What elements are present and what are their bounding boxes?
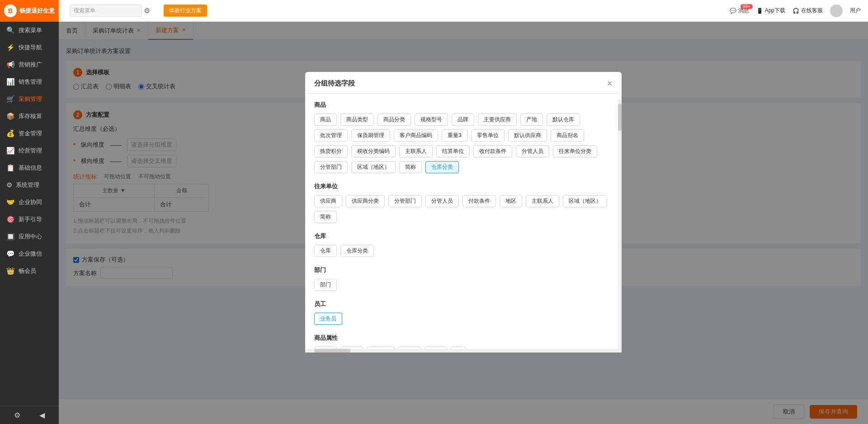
sidebar-item-base[interactable]: 📋 基础信息 xyxy=(0,159,59,176)
menu-search-input[interactable]: 搜索菜单 xyxy=(70,5,142,17)
field-payment-terms[interactable]: 收付款条件 xyxy=(473,145,512,157)
field-weight[interactable]: 重量3 xyxy=(442,129,467,142)
sidebar-collapse-button[interactable]: ◀ xyxy=(39,411,45,419)
sidebar-item-label: 基础信息 xyxy=(19,164,42,172)
marketing-icon: 📢 xyxy=(6,61,15,69)
sidebar-item-label: 应用中心 xyxy=(19,233,42,241)
sidebar-item-system[interactable]: ⚙ 系统管理 xyxy=(0,176,59,194)
sidebar-item-inventory[interactable]: 📦 库存核算 xyxy=(0,108,59,125)
field-retail-unit[interactable]: 零售单位 xyxy=(471,129,505,142)
section-warehouse-title: 仓库 xyxy=(314,232,613,240)
base-icon: 📋 xyxy=(6,164,15,172)
finance-icon: 💰 xyxy=(6,129,15,138)
app-download-item[interactable]: 📱 App下载 xyxy=(756,7,785,14)
field-short-name2[interactable]: 简称 xyxy=(314,211,337,223)
modal-overlay: B 畅捷通好生意 🔍 搜索菜单 ⚡ 快捷导航 📢 营销推广 📊 销售管理 🛒 采… xyxy=(0,0,868,424)
service-icon: 🎧 xyxy=(793,8,799,14)
sidebar-item-sales[interactable]: 📊 销售管理 xyxy=(0,73,59,91)
sidebar-item-label: 采购管理 xyxy=(19,95,42,103)
field-default-warehouse[interactable]: 默认仓库 xyxy=(547,114,580,126)
section-partner-title: 往来单位 xyxy=(314,182,613,191)
sidebar-settings-button[interactable]: ⚙ xyxy=(14,411,20,419)
field-region2[interactable]: 区域（地区） xyxy=(563,195,607,207)
system-icon: ⚙ xyxy=(6,181,12,189)
sidebar-item-label: 资金管理 xyxy=(19,129,42,138)
field-pick-points[interactable]: 拣货积分 xyxy=(314,145,348,157)
sidebar-item-label: 畅会员 xyxy=(19,267,36,275)
field-region[interactable]: 区域（地区） xyxy=(351,161,396,173)
field-main-contact[interactable]: 主联系人 xyxy=(399,145,433,157)
user-avatar[interactable] xyxy=(830,5,843,17)
sidebar-item-wechat[interactable]: 💬 企业微信 xyxy=(0,245,59,262)
field-goods-alias[interactable]: 商品别名 xyxy=(551,129,584,142)
sidebar-item-label: 销售管理 xyxy=(19,78,42,86)
field-partner-category[interactable]: 往来单位分类 xyxy=(553,145,597,157)
sidebar-item-label: 经营管理 xyxy=(19,147,42,155)
section-dept-title: 部门 xyxy=(314,266,613,274)
field-main-supplier[interactable]: 主要供应商 xyxy=(478,114,517,126)
field-salesperson[interactable]: 业务员 xyxy=(314,313,342,325)
field-manager2[interactable]: 分管人员 xyxy=(425,195,459,207)
field-payment-cond[interactable]: 付款条件 xyxy=(462,195,496,207)
gear-button[interactable]: ⚙ xyxy=(144,6,150,15)
sidebar-item-member[interactable]: 👑 畅会员 xyxy=(0,262,59,280)
message-nav-item[interactable]: 💬 消息 99+ xyxy=(730,7,749,14)
employee-fields: 业务员 xyxy=(314,313,613,325)
field-brand[interactable]: 品牌 xyxy=(452,114,474,126)
field-warehouse[interactable]: 仓库 xyxy=(314,245,337,257)
sidebar-item-label: 企业协同 xyxy=(19,198,42,206)
field-settlement-unit[interactable]: 结算单位 xyxy=(436,145,470,157)
online-service-item[interactable]: 🎧 在线客服 xyxy=(793,7,823,14)
sidebar-item-label: 库存核算 xyxy=(19,112,42,120)
section-goods: 商品 商品 商品类型 商品分类 规格型号 品牌 主要供应商 产地 默认仓库 批次… xyxy=(314,101,613,173)
warehouse-fields: 仓库 仓库分类 xyxy=(314,245,613,257)
field-tax-code[interactable]: 税收分类编码 xyxy=(351,145,396,157)
field-origin[interactable]: 产地 xyxy=(520,114,543,126)
operations-icon: 📈 xyxy=(6,147,15,155)
field-batch-mgmt[interactable]: 批次管理 xyxy=(314,129,348,142)
field-short-name[interactable]: 简称 xyxy=(399,161,422,173)
download-label: App下载 xyxy=(765,7,785,14)
top-header: 搜索菜单 ⚙ 体验行业方案 💬 消息 99+ 📱 App下载 🎧 在线客服 用户 xyxy=(59,0,868,22)
field-area[interactable]: 地区 xyxy=(500,195,522,207)
sidebar-item-label: 营销推广 xyxy=(19,61,42,69)
sidebar-item-apps[interactable]: 🔲 应用中心 xyxy=(0,228,59,245)
field-supplier-category[interactable]: 供应商分类 xyxy=(346,195,385,207)
sidebar-item-guide[interactable]: 🎯 新手引导 xyxy=(0,211,59,228)
field-shelf-life[interactable]: 保质期管理 xyxy=(351,129,390,142)
field-goods-type[interactable]: 商品类型 xyxy=(340,114,374,126)
field-dept-mgmt2[interactable]: 分管部门 xyxy=(388,195,422,207)
sidebar-item-search[interactable]: 🔍 搜索菜单 xyxy=(0,22,59,39)
field-warehouse-category[interactable]: 仓库分类 xyxy=(425,161,459,173)
download-icon: 📱 xyxy=(756,8,763,14)
field-goods-category[interactable]: 商品分类 xyxy=(377,114,411,126)
sidebar-bottom: ⚙ ◀ xyxy=(0,406,59,424)
sidebar-item-marketing[interactable]: 📢 营销推广 xyxy=(0,56,59,73)
field-dept[interactable]: 部门 xyxy=(314,279,337,291)
field-default-supplier[interactable]: 默认供应商 xyxy=(508,129,547,142)
sidebar-item-collab[interactable]: 🤝 企业协同 xyxy=(0,194,59,211)
field-supplier[interactable]: 供应商 xyxy=(314,195,342,207)
sidebar-item-purchase[interactable]: 🛒 采购管理 xyxy=(0,91,59,108)
field-manager[interactable]: 分管人员 xyxy=(516,145,549,157)
sidebar-item-operations[interactable]: 📈 经营管理 xyxy=(0,142,59,159)
section-employee: 员工 业务员 xyxy=(314,300,613,325)
partner-fields: 供应商 供应商分类 分管部门 分管人员 付款条件 地区 主联系人 区域（地区） … xyxy=(314,195,613,223)
message-badge: 99+ xyxy=(741,4,753,9)
member-icon: 👑 xyxy=(6,267,15,275)
modal-horizontal-scrollbar[interactable] xyxy=(305,349,622,353)
field-warehouse-cat[interactable]: 仓库分类 xyxy=(340,245,374,257)
sidebar-item-finance[interactable]: 💰 资金管理 xyxy=(0,125,59,142)
modal-close-button[interactable]: ✕ xyxy=(607,79,613,88)
field-customer-code[interactable]: 客户商品编码 xyxy=(394,129,438,142)
modal-vertical-scrollbar[interactable] xyxy=(618,99,622,353)
field-main-contact2[interactable]: 主联系人 xyxy=(526,195,559,207)
field-spec-model[interactable]: 规格型号 xyxy=(415,114,448,126)
sidebar-item-label: 新手引导 xyxy=(19,215,42,224)
sidebar-item-quicknav[interactable]: ⚡ 快捷导航 xyxy=(0,39,59,56)
field-dept-mgmt[interactable]: 分管部门 xyxy=(314,161,348,173)
dept-fields: 部门 xyxy=(314,279,613,291)
sales-icon: 📊 xyxy=(6,78,15,86)
field-goods[interactable]: 商品 xyxy=(314,114,337,126)
exp-button[interactable]: 体验行业方案 xyxy=(164,5,207,17)
